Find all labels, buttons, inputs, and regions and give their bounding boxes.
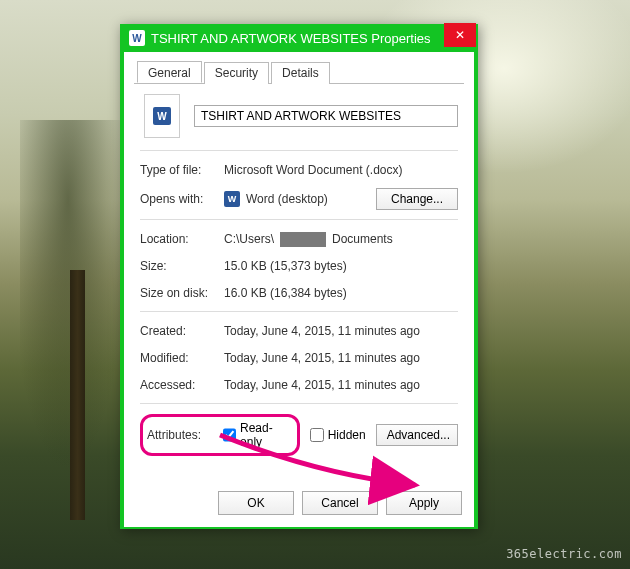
word-title-icon: W (129, 30, 145, 46)
apply-button[interactable]: Apply (386, 491, 462, 515)
close-button[interactable]: ✕ (444, 23, 476, 47)
size-on-disk-label: Size on disk: (140, 286, 224, 300)
change-button[interactable]: Change... (376, 188, 458, 210)
type-of-file-label: Type of file: (140, 163, 224, 177)
separator (140, 311, 458, 312)
attributes-highlight: Attributes: Read-only (140, 414, 300, 456)
tab-security[interactable]: Security (204, 62, 269, 84)
location-value: C:\Users\ Documents (224, 232, 458, 247)
attributes-label: Attributes: (147, 428, 201, 442)
accessed-value: Today, June 4, 2015, 11 minutes ago (224, 378, 458, 392)
opens-with-label: Opens with: (140, 192, 224, 206)
hidden-checkbox[interactable] (310, 428, 324, 442)
opens-with-value: Word (desktop) (246, 192, 328, 206)
general-panel: W Type of file: Microsoft Word Document … (134, 84, 464, 485)
created-value: Today, June 4, 2015, 11 minutes ago (224, 324, 458, 338)
created-label: Created: (140, 324, 224, 338)
type-of-file-value: Microsoft Word Document (.docx) (224, 163, 458, 177)
dialog-footer: OK Cancel Apply (134, 485, 464, 517)
word-app-icon: W (224, 191, 240, 207)
close-icon: ✕ (455, 28, 465, 42)
watermark-text: 365electric.com (506, 547, 622, 561)
advanced-button[interactable]: Advanced... (376, 424, 458, 446)
readonly-checkbox[interactable] (223, 428, 236, 442)
tab-strip: General Security Details (134, 61, 464, 84)
tab-general[interactable]: General (137, 61, 202, 83)
separator (140, 150, 458, 151)
modified-value: Today, June 4, 2015, 11 minutes ago (224, 351, 458, 365)
accessed-label: Accessed: (140, 378, 224, 392)
size-value: 15.0 KB (15,373 bytes) (224, 259, 458, 273)
location-prefix: C:\Users\ (224, 232, 274, 246)
window-title: TSHIRT AND ARTWORK WEBSITES Properties (151, 31, 431, 46)
readonly-checkbox-wrap[interactable]: Read-only (223, 421, 289, 449)
hidden-checkbox-wrap[interactable]: Hidden (310, 428, 366, 442)
cancel-button[interactable]: Cancel (302, 491, 378, 515)
separator (140, 219, 458, 220)
readonly-label: Read-only (240, 421, 289, 449)
properties-window: W TSHIRT AND ARTWORK WEBSITES Properties… (120, 24, 478, 529)
location-suffix: Documents (332, 232, 393, 246)
redacted-username (280, 232, 326, 247)
document-icon: W (144, 94, 180, 138)
hidden-label: Hidden (328, 428, 366, 442)
word-doc-icon: W (153, 107, 171, 125)
size-label: Size: (140, 259, 224, 273)
location-label: Location: (140, 232, 224, 246)
titlebar[interactable]: W TSHIRT AND ARTWORK WEBSITES Properties… (123, 24, 475, 52)
tab-details[interactable]: Details (271, 62, 330, 84)
size-on-disk-value: 16.0 KB (16,384 bytes) (224, 286, 458, 300)
modified-label: Modified: (140, 351, 224, 365)
window-body: General Security Details W Type of file:… (124, 55, 474, 527)
filename-input[interactable] (194, 105, 458, 127)
separator (140, 403, 458, 404)
ok-button[interactable]: OK (218, 491, 294, 515)
